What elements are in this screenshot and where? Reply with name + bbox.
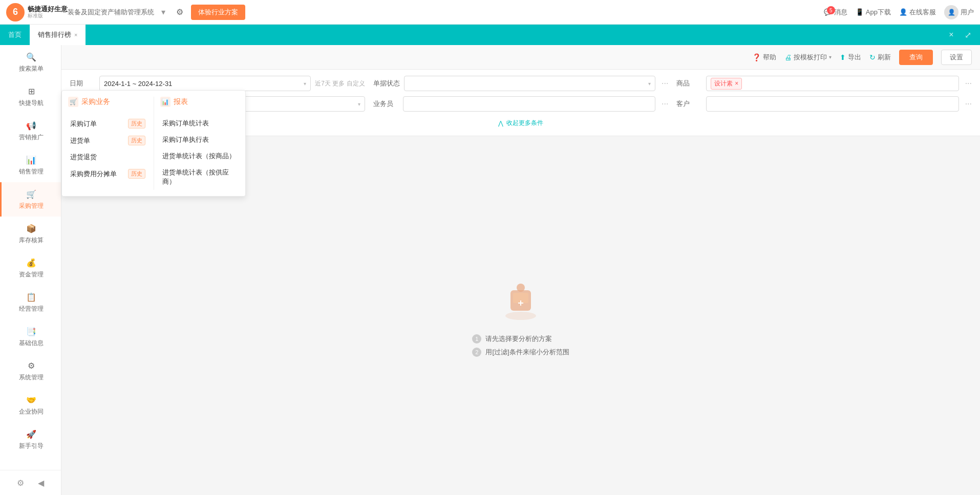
sidebar-item-enterprise[interactable]: 🤝 企业协同 [0, 388, 61, 422]
sidebar-item-nav[interactable]: ⊞ 快捷导航 [0, 79, 61, 114]
message-button[interactable]: 💬 5 消息 [824, 8, 847, 17]
dropdown-stock-return[interactable]: 进货退货 [68, 149, 147, 165]
bill-status-input[interactable]: ▾ [404, 76, 655, 91]
basic-info-icon: 📑 [26, 326, 37, 337]
sidebar-item-sales[interactable]: 📊 销售管理 [0, 148, 61, 182]
goods-more-icon: ··· [965, 79, 972, 88]
sidebar-item-basic-info[interactable]: 📑 基础信息 [0, 319, 61, 354]
goods-tag-close[interactable]: × [735, 80, 738, 87]
bill-status-label: 单据状态 [373, 79, 400, 88]
sidebar-collapse-button[interactable]: ◀ [33, 475, 49, 491]
tab-close-icon[interactable]: × [74, 32, 77, 38]
history-tag-0: 历史 [128, 119, 145, 128]
tab-bar-actions: × ⤢ [945, 29, 980, 41]
dropdown-stock-stat-goods[interactable]: 进货单统计表（按商品） [160, 148, 240, 164]
dropdown-menu: 🛒 采购业务 采购订单 历史 进货单 历史 进货退货 采购费用分摊单 历史 [61, 90, 246, 197]
sidebar-item-purchase[interactable]: 🛒 采购管理 [0, 182, 61, 217]
dropdown-purchase-order[interactable]: 采购订单 历史 [68, 115, 147, 132]
refresh-label: 刷新 [878, 53, 891, 62]
tab-sales-ranking[interactable]: 销售排行榜 × [30, 25, 86, 45]
sidebar-item-search[interactable]: 🔍 搜索菜单 [0, 45, 61, 79]
sidebar-item-guide[interactable]: 🚀 新手引导 [0, 422, 61, 457]
date-value: 2024-1-1 ~ 2024-12-31 [104, 80, 172, 88]
customer-label: 客户 [676, 99, 702, 109]
online-service-label: 在线客服 [909, 8, 936, 17]
sidebar-item-finance-label: 资金管理 [19, 270, 44, 279]
app-download-label: App下载 [866, 8, 891, 17]
sidebar-item-marketing-label: 营销推广 [19, 133, 44, 142]
tab-close-all-button[interactable]: × [945, 29, 957, 41]
filter-salesperson: 业务员 ··· [373, 96, 669, 112]
logo-sub: 标准版 [28, 13, 68, 19]
filter-customer: 客户 ··· [676, 96, 972, 112]
filter-row-1: 日期 2024-1-1 ~ 2024-12-31 ▾ 近7天 更多 自定义 单据… [70, 76, 972, 91]
industry-button[interactable]: 体验行业方案 [191, 5, 245, 20]
sidebar-settings-button[interactable]: ⚙ [12, 475, 29, 491]
salesperson-input[interactable] [403, 96, 655, 112]
sidebar-bottom: ⚙ ◀ [0, 470, 61, 495]
dropdown-purchase-expense[interactable]: 采购费用分摊单 历史 [68, 165, 147, 182]
header-middle: 装备及固定资产辅助管理系统 ▾ ⚙ 体验行业方案 [68, 5, 824, 20]
dropdown-stock-stat-supplier[interactable]: 进货单统计表（按供应商） [160, 164, 240, 190]
query-button[interactable]: 查询 [899, 50, 933, 65]
tab-sales-ranking-label: 销售排行榜 [38, 30, 71, 39]
rank-dropdown-icon: ▾ [358, 101, 360, 107]
print-dropdown-icon: ▾ [829, 54, 832, 60]
date-shortcuts[interactable]: 近7天 更多 自定义 [315, 79, 365, 88]
goods-label: 商品 [676, 79, 702, 88]
sidebar-item-search-label: 搜索菜单 [19, 64, 44, 73]
refresh-button[interactable]: ↻ 刷新 [869, 53, 891, 62]
goods-input[interactable]: 设计素 × [706, 76, 958, 91]
purchase-icon: 🛒 [26, 188, 37, 200]
tab-home-label: 首页 [8, 30, 22, 39]
dropdown-report-title: 📊 报表 [160, 97, 240, 110]
history-tag-1: 历史 [128, 136, 145, 145]
svg-point-0 [505, 312, 536, 320]
svg-point-3 [517, 284, 525, 292]
sidebar-item-nav-label: 快捷导航 [19, 99, 44, 107]
sidebar-item-finance[interactable]: 💰 资金管理 [0, 251, 61, 285]
online-service-button[interactable]: 👤 在线客服 [899, 8, 936, 17]
empty-hint-2-text: 用[过滤]条件来缩小分析范围 [485, 348, 569, 357]
sidebar-item-system[interactable]: ⚙ 系统管理 [0, 354, 61, 388]
user-menu-button[interactable]: 👤 用户 [944, 5, 974, 19]
sidebar-item-operations[interactable]: 📋 经营管理 [0, 285, 61, 319]
page-body: 🔍 搜索菜单 ⊞ 快捷导航 📢 营销推广 📊 销售管理 🛒 采购管理 📦 [0, 45, 980, 495]
sidebar-item-system-label: 系统管理 [19, 373, 44, 382]
sidebar-item-sales-label: 销售管理 [19, 167, 44, 176]
top-header: 6 畅捷通好生意 标准版 装备及固定资产辅助管理系统 ▾ ⚙ 体验行业方案 💬 … [0, 0, 980, 25]
system-gear-button[interactable]: ⚙ [173, 5, 187, 19]
bill-status-more-icon: ··· [662, 79, 668, 88]
sidebar-item-basic-info-label: 基础信息 [19, 339, 44, 348]
app-download-button[interactable]: 📱 App下载 [856, 8, 891, 17]
date-input[interactable]: 2024-1-1 ~ 2024-12-31 ▾ [99, 76, 311, 91]
settings-button[interactable]: 设置 [941, 50, 972, 65]
filter-goods: 商品 设计素 × ··· [676, 76, 972, 91]
search-icon: 🔍 [26, 51, 37, 62]
help-button[interactable]: ❓ 帮助 [752, 53, 776, 62]
user-label: 用户 [961, 8, 974, 17]
refresh-icon: ↻ [869, 53, 876, 61]
system-dropdown-arrow[interactable]: ▾ [158, 7, 168, 17]
tab-maximize-button[interactable]: ⤢ [962, 29, 974, 41]
customer-input[interactable] [706, 96, 958, 112]
export-button[interactable]: ⬆ 导出 [840, 53, 861, 62]
print-button[interactable]: 🖨 按模板打印 ▾ [784, 53, 832, 62]
empty-hint-2: 2 用[过滤]条件来缩小分析范围 [472, 348, 569, 357]
sidebar-item-inventory[interactable]: 📦 库存核算 [0, 217, 61, 251]
history-tag-3: 历史 [128, 169, 145, 179]
sales-icon: 📊 [26, 154, 37, 165]
logo-area: 6 畅捷通好生意 标准版 [6, 3, 68, 21]
tab-home[interactable]: 首页 [0, 25, 30, 45]
dropdown-purchase-order-stat[interactable]: 采购订单统计表 [160, 115, 240, 132]
sidebar-item-marketing[interactable]: 📢 营销推广 [0, 114, 61, 148]
filter-bill-status: 单据状态 ▾ ··· [373, 76, 669, 91]
dropdown-purchase-order-exec[interactable]: 采购订单执行表 [160, 132, 240, 148]
empty-hints: 1 请先选择要分析的方案 2 用[过滤]条件来缩小分析范围 [472, 334, 569, 357]
phone-icon: 📱 [856, 8, 864, 16]
service-icon: 👤 [899, 8, 907, 16]
help-icon: ❓ [752, 53, 761, 61]
sidebar-item-operations-label: 经营管理 [19, 305, 44, 313]
dropdown-stock-in[interactable]: 进货单 历史 [68, 132, 147, 149]
message-label: 消息 [834, 8, 847, 17]
